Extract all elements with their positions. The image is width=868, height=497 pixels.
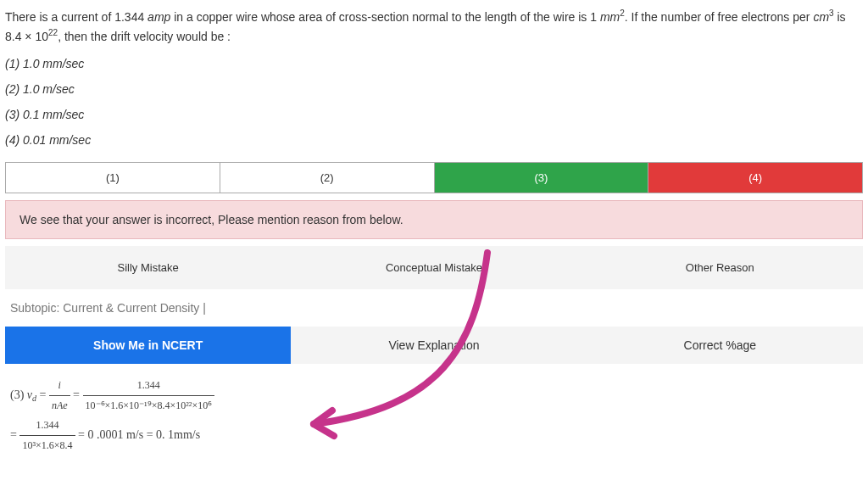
frac3-den: 10³×1.6×8.4 [19,436,75,455]
frac1-den: nAe [49,396,70,416]
sol-prefix: (3) [10,388,27,401]
correct-percentage-button[interactable]: Correct %age [577,327,863,364]
view-explanation-button[interactable]: View Explanation [291,327,576,364]
reason-row: Silly Mistake Conceptual Mistake Other R… [5,246,863,289]
option-2-label: (2) 1.0 m/sec [5,82,75,96]
action-row: Show Me in NCERT View Explanation Correc… [5,327,863,364]
answer-cell-4-wrong[interactable]: (4) [648,163,862,193]
solution-block: (3) vd = inAe = 1.34410⁻⁶×1.6×10⁻¹⁹×8.4×… [5,376,863,455]
q-part: , then the drift velocity would be : [58,29,231,42]
option-2[interactable]: (2) 1.0 m/sec [5,82,863,96]
answer-cell-1[interactable]: (1) [6,163,220,193]
option-1[interactable]: (1) 1.0 mm/sec [5,57,863,70]
answer-cell-2[interactable]: (2) [220,163,435,193]
option-3-label: (3) 0.1 mm/sec [5,108,84,121]
sol-eq2: = [73,388,82,401]
reason-other[interactable]: Other Reason [577,246,863,289]
subtopic-label: Subtopic: Current & Current Density | [5,289,863,327]
question-text: There is a current of 1.344 amp in a cop… [5,7,863,45]
solution-line-1: (3) vd = inAe = 1.34410⁻⁶×1.6×10⁻¹⁹×8.4×… [10,376,858,416]
feedback-bar: We see that your answer is incorrect, Pl… [5,200,863,239]
fraction-1: inAe [49,376,70,416]
q-mm: mm [600,10,620,24]
show-ncert-button[interactable]: Show Me in NCERT [5,327,291,364]
sol-tail: = 0 .0001 m/s = 0. 1mm/s [78,427,200,440]
option-4[interactable]: (4) 0.01 mm/sec [5,133,863,147]
reason-silly-mistake[interactable]: Silly Mistake [5,246,291,289]
sol-eq: = [36,388,49,401]
option-3[interactable]: (3) 0.1 mm/sec [5,108,863,121]
answer-cell-3-correct[interactable]: (3) [435,163,649,193]
q-part: in a copper wire whose area of cross-sec… [170,10,600,24]
frac3-num: 1.344 [19,416,75,436]
q-part: . If the number of free electrons per [625,10,814,24]
q-exp22: 22 [48,28,58,37]
frac1-num: i [49,376,70,396]
fraction-3: 1.34410³×1.6×8.4 [19,416,75,455]
option-1-label: (1) 1.0 mm/sec [5,57,84,70]
option-4-label: (4) 0.01 mm/sec [5,133,91,147]
frac2-den: 10⁻⁶×1.6×10⁻¹⁹×8.4×10²²×10⁶ [83,396,215,416]
frac2-num: 1.344 [83,376,215,396]
fraction-2: 1.34410⁻⁶×1.6×10⁻¹⁹×8.4×10²²×10⁶ [83,376,215,416]
reason-conceptual-mistake[interactable]: Conceptual Mistake [291,246,576,289]
q-cm: cm [813,10,829,24]
answer-row: (1) (2) (3) (4) [5,162,863,193]
q-amp: amp [147,10,170,24]
q-part: There is a current of 1.344 [5,10,147,24]
sol-eq3: = [10,427,19,440]
options-list: (1) 1.0 mm/sec (2) 1.0 m/sec (3) 0.1 mm/… [5,57,863,147]
solution-line-2: = 1.34410³×1.6×8.4 = 0 .0001 m/s = 0. 1m… [10,416,858,455]
